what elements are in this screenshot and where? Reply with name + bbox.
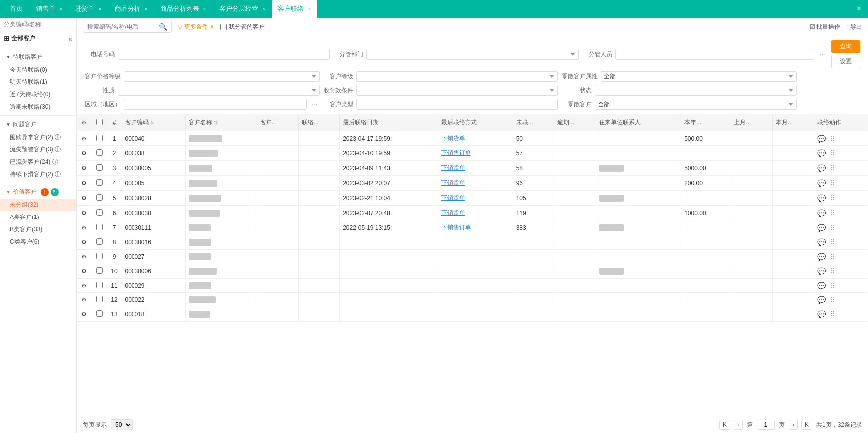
collapse-sidebar-icon[interactable]: « xyxy=(68,35,72,43)
row-checkbox[interactable] xyxy=(96,238,103,245)
menu-icon[interactable]: ⠿ xyxy=(830,296,835,304)
nav-customer-segment[interactable]: 客户分层经营 × xyxy=(213,0,271,18)
checkbox-cell[interactable] xyxy=(92,307,107,322)
contact-method-link[interactable]: 下销售订单 xyxy=(441,224,471,231)
sidebar-item-hoarding[interactable]: 囤购异常客户(2) ⓘ xyxy=(0,131,76,144)
contact-method-link[interactable]: 下销货单 xyxy=(441,179,465,186)
row-checkbox[interactable] xyxy=(96,296,103,302)
contact-method-link[interactable]: 下销售订单 xyxy=(441,149,471,156)
settings-cell[interactable]: ⚙ xyxy=(77,146,92,161)
close-analysis-list-icon[interactable]: × xyxy=(203,6,206,12)
checkbox-cell[interactable] xyxy=(92,146,107,161)
checkbox-cell[interactable] xyxy=(92,191,107,206)
status-select[interactable] xyxy=(595,85,797,96)
retail-customer-select[interactable]: 全部 xyxy=(595,99,797,110)
menu-icon[interactable]: ⠿ xyxy=(830,149,835,157)
checkbox-cell[interactable] xyxy=(92,250,107,264)
settings-cell[interactable]: ⚙ xyxy=(77,264,92,279)
row-checkbox[interactable] xyxy=(96,194,103,201)
menu-icon[interactable]: ⠿ xyxy=(830,194,835,202)
sidebar-item-tomorrow[interactable]: 明天待联络(1) xyxy=(0,76,76,88)
dept-select[interactable] xyxy=(366,49,578,60)
settings-cell[interactable]: ⚙ xyxy=(77,191,92,206)
page-size-select[interactable]: 50 xyxy=(111,419,133,430)
row-checkbox[interactable] xyxy=(96,209,103,216)
search-icon[interactable]: 🔍 xyxy=(159,23,167,31)
all-customers-header[interactable]: ⊞ 全部客户 « xyxy=(0,31,76,46)
close-contact-icon[interactable]: × xyxy=(308,6,311,12)
checkbox-cell[interactable] xyxy=(92,176,107,191)
contact-method-link[interactable]: 下销货单 xyxy=(441,194,465,201)
reset-button[interactable]: 设置 xyxy=(831,55,860,68)
menu-icon[interactable]: ⠿ xyxy=(830,164,835,172)
checkbox-cell[interactable] xyxy=(92,235,107,250)
close-sales-icon[interactable]: × xyxy=(59,6,62,12)
last-page-button[interactable]: K xyxy=(801,420,812,430)
chat-icon[interactable]: 💬 xyxy=(817,296,826,304)
close-analysis-icon[interactable]: × xyxy=(144,6,147,12)
search-button[interactable]: 查询 xyxy=(831,40,860,53)
refresh-icon[interactable]: ↻ xyxy=(51,188,59,196)
checkbox-cell[interactable] xyxy=(92,279,107,293)
nav-sales[interactable]: 销售单 × xyxy=(30,0,68,18)
problem-customer-group[interactable]: ▼ 问题客户 xyxy=(0,118,76,131)
row-checkbox[interactable] xyxy=(96,224,103,230)
sidebar-item-ungrouped[interactable]: 未分组(32) xyxy=(0,199,76,211)
sidebar-item-class-c[interactable]: C类客户(6) xyxy=(0,236,76,248)
menu-icon[interactable]: ⠿ xyxy=(830,135,835,143)
row-checkbox[interactable] xyxy=(96,310,103,317)
price-level-select[interactable] xyxy=(124,71,320,82)
chat-icon[interactable]: 💬 xyxy=(817,209,826,217)
chat-icon[interactable]: 💬 xyxy=(817,164,826,172)
first-page-button[interactable]: K xyxy=(719,420,730,430)
menu-icon[interactable]: ⠿ xyxy=(830,209,835,217)
row-checkbox[interactable] xyxy=(96,267,103,274)
nav-product-analysis-list[interactable]: 商品分析列表 × xyxy=(154,0,212,18)
nav-home[interactable]: 首页 xyxy=(4,0,29,18)
nav-product-analysis[interactable]: 商品分析 × xyxy=(109,0,153,18)
sort-name-icon[interactable]: ⇅ xyxy=(214,120,218,125)
chat-icon[interactable]: 💬 xyxy=(817,282,826,289)
export-button[interactable]: ↑ 导出 xyxy=(846,23,862,31)
sort-code-icon[interactable]: ⇅ xyxy=(150,120,154,125)
chat-icon[interactable]: 💬 xyxy=(817,194,826,202)
menu-icon[interactable]: ⠿ xyxy=(830,310,835,318)
menu-icon[interactable]: ⠿ xyxy=(830,224,835,232)
row-checkbox[interactable] xyxy=(96,135,103,141)
checkbox-cell[interactable] xyxy=(92,161,107,176)
manager-input[interactable] xyxy=(615,49,815,60)
chat-icon[interactable]: 💬 xyxy=(817,224,826,232)
customer-type-input[interactable] xyxy=(356,99,558,110)
contact-method-link[interactable]: 下销货单 xyxy=(441,164,465,171)
close-segment-icon[interactable]: × xyxy=(262,6,265,12)
chat-icon[interactable]: 💬 xyxy=(817,149,826,157)
settings-cell[interactable]: ⚙ xyxy=(77,250,92,264)
settings-cell[interactable]: ⚙ xyxy=(77,131,92,146)
customer-level-select[interactable] xyxy=(356,71,558,82)
manager-ellipsis[interactable]: ··· xyxy=(817,50,827,58)
prev-page-button[interactable]: ‹ xyxy=(734,420,743,430)
region-ellipsis[interactable]: ··· xyxy=(310,100,320,108)
menu-icon[interactable]: ⠿ xyxy=(830,238,835,246)
my-customer-checkbox[interactable]: 我分管的客户 xyxy=(220,23,265,31)
chat-icon[interactable]: 💬 xyxy=(817,310,826,318)
sidebar-item-overdue[interactable]: 逾期未联络(30) xyxy=(0,101,76,113)
nav-purchase[interactable]: 进货单 × xyxy=(69,0,107,18)
menu-icon[interactable]: ⠿ xyxy=(830,282,835,289)
checkbox-cell[interactable] xyxy=(92,293,107,307)
batch-ops-button[interactable]: ☑ 批量操作 xyxy=(810,23,840,31)
settings-cell[interactable]: ⚙ xyxy=(77,279,92,293)
contact-method-link[interactable]: 下销货单 xyxy=(441,135,465,142)
chat-icon[interactable]: 💬 xyxy=(817,238,826,246)
phone-input[interactable] xyxy=(118,49,330,60)
sidebar-item-class-a[interactable]: A类客户(1) xyxy=(0,211,76,223)
row-checkbox[interactable] xyxy=(96,253,103,259)
row-checkbox[interactable] xyxy=(96,149,103,156)
settings-cell[interactable]: ⚙ xyxy=(77,176,92,191)
value-customer-group[interactable]: ▼ 价值客户 ! ↻ xyxy=(0,185,76,199)
sidebar-search-input[interactable] xyxy=(4,21,77,28)
row-checkbox[interactable] xyxy=(96,164,103,171)
close-all-button[interactable]: × xyxy=(854,4,864,13)
select-all-checkbox[interactable] xyxy=(96,119,103,125)
menu-icon[interactable]: ⠿ xyxy=(830,267,835,275)
